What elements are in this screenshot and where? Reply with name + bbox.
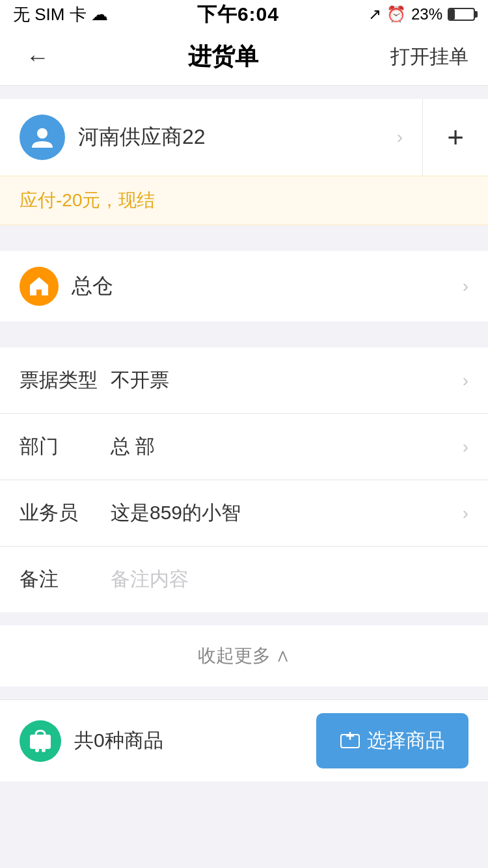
warehouse-name: 总仓 xyxy=(72,272,456,301)
warehouse-row[interactable]: 总仓 › xyxy=(0,251,488,321)
supplier-section: 河南供应商22 › + xyxy=(0,99,488,176)
form-section: 票据类型 不开票 › 部门 总 部 › 业务员 这是859的小智 › 备注 备注… xyxy=(0,347,488,612)
svg-point-0 xyxy=(37,128,47,139)
salesperson-chevron-icon: › xyxy=(463,503,468,524)
notice-banner: 应付-20元，现结 xyxy=(0,176,488,225)
department-label: 部门 xyxy=(20,433,111,460)
product-icon xyxy=(20,720,61,762)
salesperson-value: 这是859的小智 xyxy=(111,500,456,526)
warehouse-icon xyxy=(20,267,59,306)
page-title: 进货单 xyxy=(188,41,258,73)
product-count: 共0种商品 xyxy=(74,727,316,754)
gap-3 xyxy=(0,321,488,334)
invoice-chevron-icon: › xyxy=(463,370,468,391)
cart-icon xyxy=(29,729,52,753)
svg-point-3 xyxy=(42,748,46,752)
gap-2 xyxy=(0,225,488,238)
salesperson-label: 业务员 xyxy=(20,500,111,526)
status-bar: 无 SIM 卡 ☁ 下午6:04 ↗ ⏰ 23% xyxy=(0,0,488,29)
department-value: 总 部 xyxy=(111,433,456,460)
add-supplier-button[interactable]: + xyxy=(423,99,488,176)
select-product-icon xyxy=(340,731,360,752)
invoice-row[interactable]: 票据类型 不开票 › xyxy=(0,347,488,414)
status-left: 无 SIM 卡 ☁ xyxy=(13,3,108,26)
open-pending-button[interactable]: 打开挂单 xyxy=(390,44,468,70)
signal-text: 无 SIM 卡 ☁ xyxy=(13,3,108,26)
supplier-name: 河南供应商22 xyxy=(78,123,390,152)
battery-percent: 23% xyxy=(411,5,442,23)
bottom-bar: 共0种商品 选择商品 xyxy=(0,699,488,781)
nav-bar: ← 进货单 打开挂单 xyxy=(0,29,488,86)
salesperson-row[interactable]: 业务员 这是859的小智 › xyxy=(0,480,488,547)
invoice-value: 不开票 xyxy=(111,367,456,394)
gap-1 xyxy=(0,86,488,99)
alarm-icon: ⏰ xyxy=(386,5,406,23)
department-row[interactable]: 部门 总 部 › xyxy=(0,414,488,480)
warehouse-chevron-icon: › xyxy=(463,276,468,297)
supplier-selector[interactable]: 河南供应商22 › xyxy=(0,99,423,176)
svg-point-2 xyxy=(35,748,39,752)
remark-input[interactable]: 备注内容 xyxy=(111,566,468,593)
svg-rect-1 xyxy=(30,735,51,749)
person-icon xyxy=(29,124,55,150)
notice-text: 应付-20元，现结 xyxy=(20,190,155,210)
battery-icon xyxy=(448,8,475,21)
page-background xyxy=(0,781,488,868)
select-product-button[interactable]: 选择商品 xyxy=(316,713,468,768)
status-time: 下午6:04 xyxy=(197,1,279,28)
select-product-label: 选择商品 xyxy=(367,727,445,754)
invoice-label: 票据类型 xyxy=(20,367,111,394)
chevron-right-icon: › xyxy=(397,127,403,148)
remark-row[interactable]: 备注 备注内容 xyxy=(0,547,488,612)
department-chevron-icon: › xyxy=(463,437,468,457)
home-icon xyxy=(28,275,50,297)
status-right: ↗ ⏰ 23% xyxy=(368,5,475,23)
remark-label: 备注 xyxy=(20,566,111,593)
supplier-avatar xyxy=(20,115,65,160)
location-icon: ↗ xyxy=(368,5,381,23)
collapse-label: 收起更多 ∧ xyxy=(198,644,291,668)
collapse-button[interactable]: 收起更多 ∧ xyxy=(0,625,488,686)
back-button[interactable]: ← xyxy=(20,37,56,77)
